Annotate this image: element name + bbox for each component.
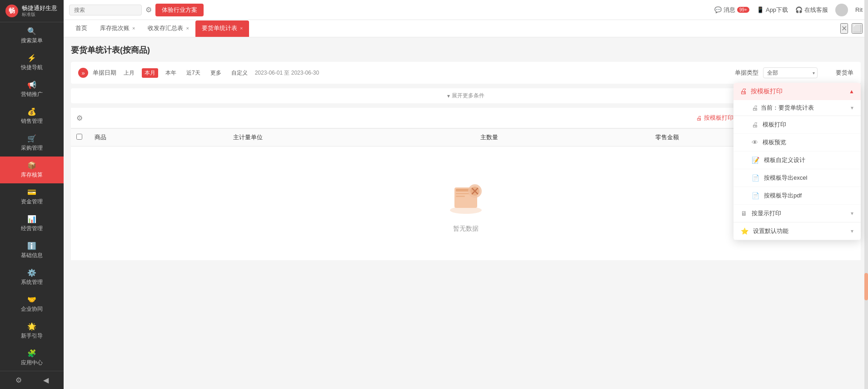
dropdown-item-export-excel[interactable]: 📄 按模板导出excel bbox=[733, 169, 861, 187]
expand-more-button[interactable]: ▾ 展开更多条件 bbox=[447, 92, 484, 100]
app-title: 畅捷通好生意 bbox=[22, 5, 57, 12]
sidebar-item-label: 应用中心 bbox=[21, 359, 43, 367]
topbar-actions: 💬 消息 99+ 📱 App下载 🎧 在线客服 Rit bbox=[714, 4, 863, 16]
avatar[interactable] bbox=[835, 4, 848, 16]
sidebar-item-apps[interactable]: 🧩 应用中心 bbox=[0, 344, 64, 371]
sidebar-logo: 畅 畅捷通好生意 标准版 bbox=[0, 0, 64, 22]
dropdown-item-label: 按模板导出pdf bbox=[764, 192, 802, 200]
dropdown-item-template-print[interactable]: 🖨 模板打印 bbox=[733, 116, 861, 134]
main-content: ⚙ 体验行业方案 💬 消息 99+ 📱 App下载 🎧 在线客服 Rit 首页 bbox=[64, 0, 868, 389]
more-date-button[interactable]: 更多 bbox=[208, 68, 224, 78]
app-download-button[interactable]: 📱 App下载 bbox=[757, 6, 788, 14]
custom-date-button[interactable]: 自定义 bbox=[229, 68, 250, 78]
type-select[interactable]: 全部 bbox=[763, 67, 818, 78]
export-pdf-icon: 📄 bbox=[752, 192, 759, 199]
app-download-label: App下载 bbox=[766, 6, 788, 14]
print-label: 按模板打印 bbox=[704, 114, 733, 122]
last-7-days-button[interactable]: 近7天 bbox=[184, 68, 203, 78]
sidebar-item-quick-nav[interactable]: ⚡ 快捷导航 bbox=[0, 49, 64, 76]
type-select-wrapper: 全部 ▾ bbox=[763, 67, 818, 78]
sidebar-item-marketing[interactable]: 📢 营销推广 bbox=[0, 76, 64, 103]
sidebar-item-purchase[interactable]: 🛒 采购管理 bbox=[0, 130, 64, 157]
sidebar-item-label: 企业协同 bbox=[21, 305, 43, 313]
current-year-button[interactable]: 本年 bbox=[163, 68, 179, 78]
date-filter-label: 单据日期 bbox=[93, 69, 116, 77]
tab-order-summary[interactable]: 要货单统计表 × bbox=[195, 20, 249, 37]
current-badge-arrow-icon: ▾ bbox=[851, 105, 853, 111]
sidebar-nav: 🔍 搜索菜单 ⚡ 快捷导航 📢 营销推广 💰 销售管理 🛒 采购管理 📦 库存核… bbox=[0, 22, 64, 371]
search-icon: 🔍 bbox=[27, 27, 36, 35]
dropdown-item-label: 模板自定义设计 bbox=[764, 156, 805, 164]
dropdown-item-template-preview[interactable]: 👁 模板预览 bbox=[733, 134, 861, 152]
sidebar-item-sales[interactable]: 💰 销售管理 bbox=[0, 103, 64, 130]
tab-batch-account-close[interactable]: × bbox=[132, 25, 135, 31]
dropdown-section-label: 按显示打印 bbox=[752, 209, 781, 217]
sidebar-item-guide[interactable]: 🌟 新手引导 bbox=[0, 318, 64, 344]
dropdown-item-template-design[interactable]: 📝 模板自定义设计 bbox=[733, 152, 861, 169]
audio-bottom-icon[interactable]: ◀ bbox=[43, 376, 49, 384]
table-settings-icon[interactable]: ⚙ bbox=[76, 114, 83, 122]
tab-batch-account[interactable]: 库存批次账 × bbox=[94, 20, 141, 37]
template-print-icon: 🖨 bbox=[752, 121, 758, 128]
template-design-icon: 📝 bbox=[752, 157, 759, 164]
collab-icon: 🤝 bbox=[27, 295, 36, 304]
col-product: 商品 bbox=[89, 129, 228, 147]
col-unit: 主计量单位 bbox=[228, 129, 475, 147]
inventory-icon: 📦 bbox=[27, 161, 36, 170]
tab-receipt-summary-close[interactable]: × bbox=[186, 25, 189, 31]
trial-button[interactable]: 体验行业方案 bbox=[155, 4, 204, 16]
print-dropdown: 🖨 按模板打印 ▲ 🖨 当前：要货单统计表 ▾ 🖨 模板打印 👁 模板预览 bbox=[733, 83, 861, 240]
sidebar-item-basic[interactable]: ℹ️ 基础信息 bbox=[0, 237, 64, 264]
filter-expand-icon[interactable]: » bbox=[78, 68, 88, 78]
window-maximize-button[interactable]: ⬜ bbox=[852, 23, 863, 34]
sidebar-item-label: 系统管理 bbox=[21, 278, 43, 286]
sidebar-item-inventory[interactable]: 📦 库存核算 bbox=[0, 157, 64, 183]
scrollbar-thumb bbox=[864, 273, 868, 300]
online-service-button[interactable]: 🎧 在线客服 bbox=[795, 6, 828, 14]
message-badge: 99+ bbox=[737, 7, 749, 13]
right-scrollbar[interactable] bbox=[864, 0, 868, 389]
dropdown-current-item[interactable]: 🖨 当前：要货单统计表 ▾ bbox=[733, 100, 861, 116]
dropdown-item-export-pdf[interactable]: 📄 按模板导出pdf bbox=[733, 187, 861, 205]
sidebar-item-label: 营销推广 bbox=[21, 91, 43, 98]
marketing-icon: 📢 bbox=[27, 81, 36, 89]
current-month-button[interactable]: 本月 bbox=[142, 68, 158, 78]
dropdown-section-set-default[interactable]: ⭐ 设置默认功能 ▾ bbox=[733, 222, 861, 240]
sidebar-item-operation[interactable]: 📊 经营管理 bbox=[0, 210, 64, 237]
dropdown-section-display-print[interactable]: 🖥 按显示打印 ▾ bbox=[733, 205, 861, 222]
headset-icon: 🎧 bbox=[795, 6, 803, 13]
messages-button[interactable]: 💬 消息 99+ bbox=[714, 6, 749, 14]
search-input[interactable] bbox=[69, 5, 142, 15]
select-all-checkbox[interactable] bbox=[76, 134, 82, 140]
sidebar-item-label: 销售管理 bbox=[21, 117, 43, 125]
finance-icon: 💳 bbox=[27, 188, 36, 197]
sidebar-item-search[interactable]: 🔍 搜索菜单 bbox=[0, 22, 64, 49]
tab-batch-account-label: 库存批次账 bbox=[100, 24, 130, 32]
prev-month-button[interactable]: 上月 bbox=[121, 68, 137, 78]
col-checkbox bbox=[71, 129, 89, 147]
sidebar-item-system[interactable]: ⚙️ 系统管理 bbox=[0, 264, 64, 291]
settings-bottom-icon[interactable]: ⚙ bbox=[15, 376, 22, 384]
dropdown-header[interactable]: 🖨 按模板打印 ▲ bbox=[733, 83, 861, 100]
print-icon: 🖨 bbox=[696, 115, 702, 121]
current-template-icon: 🖨 bbox=[752, 104, 758, 111]
tab-receipt-summary[interactable]: 收发存汇总表 × bbox=[141, 20, 195, 37]
apps-icon: 🧩 bbox=[27, 349, 36, 358]
sidebar-item-finance[interactable]: 💳 资金管理 bbox=[0, 183, 64, 210]
message-icon: 💬 bbox=[714, 6, 722, 13]
dropdown-item-label: 模板预览 bbox=[763, 138, 786, 147]
col-quantity: 主数量 bbox=[475, 129, 650, 147]
username-label: Rit bbox=[855, 6, 863, 13]
tab-order-summary-close[interactable]: × bbox=[240, 25, 243, 31]
sidebar-item-label: 新手引导 bbox=[21, 332, 43, 340]
sidebar-item-collab[interactable]: 🤝 企业协同 bbox=[0, 291, 64, 318]
sidebar-item-label: 库存核算 bbox=[21, 171, 43, 179]
window-close-button[interactable]: ✕ bbox=[840, 23, 848, 34]
sidebar-bottom: ⚙ ◀ bbox=[0, 371, 64, 389]
dropdown-print-icon: 🖨 bbox=[740, 87, 747, 96]
gear-icon[interactable]: ⚙ bbox=[145, 5, 152, 14]
quick-nav-icon: ⚡ bbox=[27, 54, 36, 62]
tab-home[interactable]: 首页 bbox=[69, 20, 94, 37]
dropdown-current-label: 当前：要货单统计表 bbox=[761, 104, 814, 112]
dropdown-section-label: 设置默认功能 bbox=[753, 227, 788, 235]
